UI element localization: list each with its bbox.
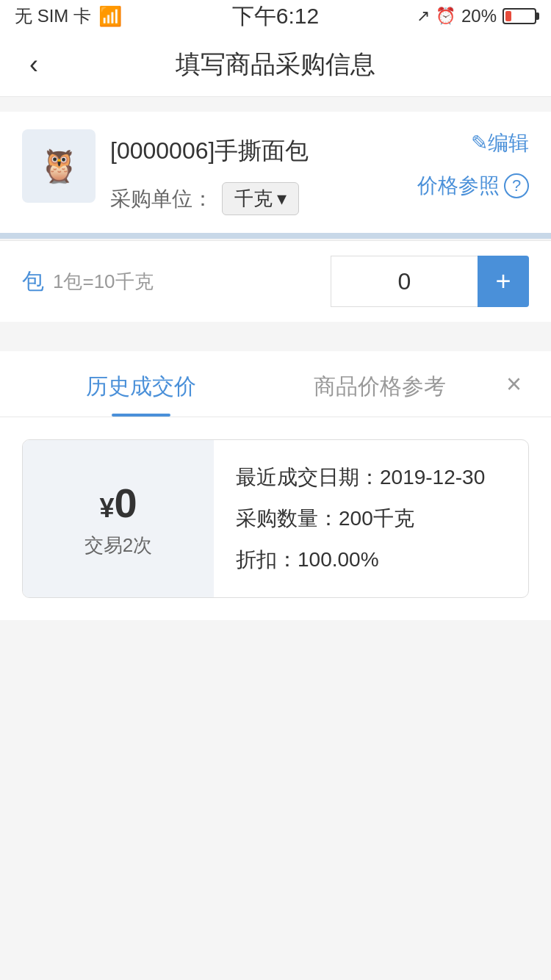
tab-product-price-ref[interactable]: 商品价格参考	[260, 351, 498, 417]
edit-button[interactable]: ✎编辑	[471, 129, 529, 157]
status-left: 无 SIM 卡 📶	[15, 4, 122, 28]
price-ref-label: 价格参照	[417, 172, 500, 200]
quantity-input[interactable]: 0	[331, 256, 478, 307]
bag-convert-text: 1包=10千克	[53, 269, 154, 295]
unit-label: 采购单位：	[110, 185, 213, 213]
nav-bar: ‹ 填写商品采购信息	[0, 32, 551, 97]
alarm-icon: ⏰	[436, 7, 455, 26]
wifi-icon: 📶	[98, 5, 122, 28]
date-label: 最近成交日期：	[236, 466, 380, 489]
price-summary: ¥0 交易2次	[23, 440, 214, 597]
price-ref-button[interactable]: 价格参照 ?	[417, 172, 529, 200]
unit-select[interactable]: 千克 ▾	[222, 182, 299, 215]
quantity-plus-button[interactable]: +	[478, 256, 529, 307]
status-right: ↗ ⏰ 20%	[417, 6, 536, 26]
discount-value: 100.00%	[298, 548, 379, 571]
currency-symbol: ¥	[99, 493, 114, 523]
tabs-header: 历史成交价 商品价格参考 ×	[0, 351, 551, 417]
gps-icon: ↗	[417, 7, 430, 26]
discount-label: 折扣：	[236, 548, 298, 571]
product-thumbnail: 🦉	[22, 129, 96, 203]
question-icon: ?	[504, 173, 529, 198]
trades-label: 交易2次	[84, 533, 152, 558]
price-card: ¥0 交易2次 最近成交日期：2019-12-30 采购数量：200千克 折扣：…	[22, 439, 529, 598]
date-value: 2019-12-30	[380, 466, 485, 489]
quantity-value: 0	[398, 268, 411, 295]
date-row: 最近成交日期：2019-12-30	[236, 462, 506, 493]
qty-label: 采购数量：	[236, 507, 339, 530]
battery-icon	[503, 8, 536, 24]
bag-label: 包	[22, 267, 44, 297]
price-value: 0	[114, 480, 137, 526]
product-card: 🦉 [0000006]手撕面包 采购单位： 千克 ▾ ✎编辑 价格参照 ?	[0, 112, 551, 233]
product-info: [0000006]手撕面包 采购单位： 千克 ▾	[110, 129, 309, 215]
price-amount-display: ¥0	[99, 479, 137, 527]
tab-history-price[interactable]: 历史成交价	[22, 351, 260, 417]
unit-value: 千克	[234, 186, 273, 212]
discount-row: 折扣：100.00%	[236, 544, 506, 575]
section-gap	[0, 322, 551, 336]
qty-value: 200千克	[339, 507, 414, 530]
owl-icon: 🦉	[39, 147, 79, 185]
battery-pct: 20%	[461, 6, 497, 26]
status-bar: 无 SIM 卡 📶 下午6:12 ↗ ⏰ 20%	[0, 0, 551, 32]
tabs-section: 历史成交价 商品价格参考 × ¥0 交易2次 最近成交日期：2019-12-30…	[0, 351, 551, 980]
product-right-col: ✎编辑 价格参照 ?	[417, 129, 529, 200]
back-button[interactable]: ‹	[22, 42, 46, 87]
qty-row: 采购数量：200千克	[236, 503, 506, 534]
main-background	[0, 620, 551, 980]
chevron-down-icon: ▾	[277, 187, 287, 210]
quantity-section: 包 1包=10千克 0 +	[0, 240, 551, 322]
close-button[interactable]: ×	[499, 361, 529, 407]
price-details: 最近成交日期：2019-12-30 采购数量：200千克 折扣：100.00%	[214, 440, 528, 597]
status-time: 下午6:12	[232, 1, 319, 32]
carrier-text: 无 SIM 卡	[15, 4, 91, 28]
page-title: 填写商品采购信息	[176, 48, 375, 82]
product-id-name: [0000006]手撕面包	[110, 135, 309, 167]
section-divider	[0, 233, 551, 239]
